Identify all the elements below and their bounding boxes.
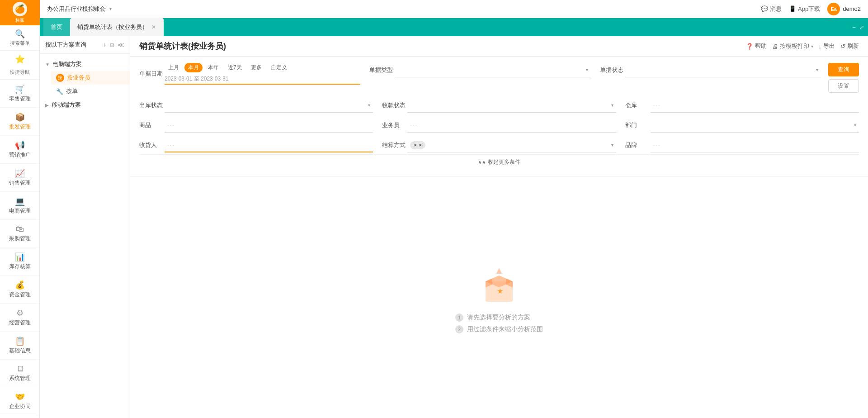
goods-input[interactable]: ··· bbox=[165, 118, 373, 133]
refresh-button[interactable]: ↺ 刷新 bbox=[840, 42, 859, 50]
search-menu-label: 搜索菜单 bbox=[10, 40, 30, 47]
brand-input[interactable]: ··· bbox=[651, 138, 859, 152]
doc-status-input[interactable]: ▾ bbox=[625, 63, 821, 77]
sidebar-item-ecommerce[interactable]: 💻 电商管理 bbox=[0, 192, 39, 220]
export-label: 导出 bbox=[823, 42, 835, 50]
reset-button[interactable]: 设置 bbox=[828, 79, 859, 93]
warehouse-input[interactable]: ··· bbox=[651, 98, 859, 113]
pc-group-expand-icon: ▼ bbox=[45, 62, 50, 67]
consignee-input[interactable]: ··· bbox=[165, 138, 373, 152]
tab-minimize-icon[interactable]: − bbox=[852, 24, 856, 31]
sidebar-item-finance[interactable]: 💰 资金管理 bbox=[0, 276, 39, 304]
purchase-label: 采购管理 bbox=[9, 235, 31, 242]
settle-input[interactable]: × × ▾ bbox=[407, 138, 616, 152]
sidebar-search-item[interactable]: 🔍 搜索菜单 bbox=[0, 25, 39, 51]
staff-label: 业务员 bbox=[382, 121, 407, 129]
tab-expand-icon[interactable]: ⤢ bbox=[859, 24, 864, 31]
tab-home[interactable]: 首页 bbox=[43, 18, 70, 36]
tree-children-pc: 按 按业务员 🔧 按单 bbox=[40, 71, 130, 98]
doc-type-input[interactable]: ▾ bbox=[395, 63, 590, 77]
date-filter-controls: 上月 本月 本年 近7天 更多 自定义 2023-03-01 至 2023-03… bbox=[165, 63, 360, 85]
date-range-display[interactable]: 2023-03-01 至 2023-03-31 bbox=[165, 74, 360, 85]
sidebar-item-purchase[interactable]: 🛍 采购管理 bbox=[0, 220, 39, 247]
left-panel-actions: + ⊙ ≪ bbox=[103, 41, 124, 48]
user-menu-button[interactable]: Ea demo2 bbox=[827, 3, 861, 15]
mobile-group-label: 移动端方案 bbox=[52, 101, 81, 109]
app-dropdown-icon[interactable]: ▾ bbox=[109, 6, 112, 11]
tree-item-by-staff[interactable]: 按 按业务员 bbox=[51, 71, 130, 85]
date-tab-more[interactable]: 更多 bbox=[247, 63, 265, 72]
doc-status-filter: 单据状态 ▾ bbox=[600, 63, 821, 77]
collect-status-input[interactable]: ▾ bbox=[407, 98, 616, 113]
help-button[interactable]: ❓ 帮助 bbox=[746, 42, 767, 50]
avatar: Ea bbox=[827, 3, 840, 15]
template-print-button[interactable]: 🖨 按模板打印 ▾ bbox=[772, 42, 813, 50]
template-print-label: 按模板打印 bbox=[780, 42, 809, 50]
date-tab-last-month[interactable]: 上月 bbox=[165, 63, 183, 72]
ecommerce-label: 电商管理 bbox=[9, 207, 31, 215]
sidebar-item-marketing[interactable]: 📢 营销推广 bbox=[0, 136, 39, 164]
inventory-icon: 📊 bbox=[15, 252, 25, 262]
dept-input[interactable]: ▾ bbox=[651, 118, 859, 133]
settle-filter: 结算方式 × × ▾ bbox=[382, 138, 616, 152]
system-icon: 🖥 bbox=[16, 364, 24, 374]
base-info-icon: 📋 bbox=[15, 336, 25, 346]
pc-group-label: 电脑端方案 bbox=[52, 60, 82, 68]
sales-label: 销售管理 bbox=[9, 179, 31, 187]
app-download-button[interactable]: 📱 App下载 bbox=[789, 5, 820, 13]
date-tab-this-month[interactable]: 本月 bbox=[184, 63, 203, 72]
sidebar-item-wholesale[interactable]: 📦 批发管理 bbox=[0, 108, 39, 136]
tab-close-icon[interactable]: ✕ bbox=[151, 24, 156, 30]
content-area: 按以下方案查询 + ⊙ ≪ ▼ 电脑端方案 按 按业务员 bbox=[40, 36, 868, 418]
ecommerce-icon: 💻 bbox=[15, 196, 25, 206]
sidebar-item-cooperation[interactable]: 🤝 企业协同 bbox=[0, 387, 39, 415]
sidebar-item-system[interactable]: 🖥 系统管理 bbox=[0, 360, 39, 387]
refresh-icon: ↺ bbox=[840, 43, 845, 50]
tree-group-mobile[interactable]: ▶ 移动端方案 bbox=[40, 98, 130, 112]
staff-dots: ··· bbox=[410, 122, 418, 128]
sidebar-logo[interactable]: 🍊 标账 bbox=[0, 0, 40, 25]
operation-label: 经营管理 bbox=[9, 319, 31, 327]
page-actions: ❓ 帮助 🖨 按模板打印 ▾ ↓ 导出 ↺ 刷新 bbox=[746, 42, 859, 50]
add-scheme-button[interactable]: + bbox=[103, 41, 107, 48]
date-tabs-row: 上月 本月 本年 近7天 更多 自定义 bbox=[165, 63, 360, 72]
export-button[interactable]: ↓ 导出 bbox=[819, 42, 835, 50]
template-print-dropdown[interactable]: ▾ bbox=[811, 44, 813, 49]
consignee-dots: ··· bbox=[167, 142, 175, 148]
svg-marker-5 bbox=[496, 268, 502, 274]
brand-filter: 品牌 ··· bbox=[625, 138, 859, 152]
out-status-input[interactable]: ▾ bbox=[165, 98, 373, 113]
tree-group-pc[interactable]: ▼ 电脑端方案 bbox=[40, 57, 130, 71]
left-panel-title: 按以下方案查询 bbox=[45, 41, 86, 49]
date-label: 单据日期 bbox=[139, 70, 165, 78]
operation-icon: ⚙ bbox=[16, 308, 24, 318]
sidebar-item-base-info[interactable]: 📋 基础信息 bbox=[0, 332, 39, 360]
search-button[interactable]: 查询 bbox=[828, 63, 859, 76]
settle-tag-close[interactable]: × bbox=[419, 142, 422, 148]
collapse-button[interactable]: ∧∧ 收起更多条件 bbox=[478, 158, 520, 166]
scheme-tree: ▼ 电脑端方案 按 按业务员 🔧 按单 ▶ 移动端方案 bbox=[40, 54, 130, 115]
sidebar-item-newbie[interactable]: 🚀 新手引导 bbox=[0, 415, 39, 418]
help-label: 帮助 bbox=[755, 42, 767, 50]
by-staff-label: 按业务员 bbox=[67, 74, 90, 82]
tab-sales-stat[interactable]: 销货单统计表（按业务员） ✕ bbox=[70, 18, 164, 36]
shortcut-nav-item[interactable]: ⭐ 快捷导航 bbox=[0, 51, 39, 80]
staff-input[interactable]: ··· bbox=[407, 118, 616, 133]
collect-status-filter: 收款状态 ▾ bbox=[382, 98, 616, 113]
sidebar-item-inventory[interactable]: 📊 库存核算 bbox=[0, 247, 39, 276]
sidebar-item-retail[interactable]: 🛒 零售管理 bbox=[0, 80, 39, 108]
app-download-icon: 📱 bbox=[789, 5, 796, 12]
sidebar-item-operation[interactable]: ⚙ 经营管理 bbox=[0, 304, 39, 332]
date-tab-7days[interactable]: 近7天 bbox=[224, 63, 245, 72]
collapse-panel-button[interactable]: ≪ bbox=[118, 41, 124, 48]
message-icon: 💬 bbox=[761, 5, 768, 12]
template-print-icon: 🖨 bbox=[772, 43, 778, 50]
sidebar-item-sales[interactable]: 📈 销售管理 bbox=[0, 164, 39, 192]
edit-scheme-button[interactable]: ⊙ bbox=[109, 41, 115, 48]
doc-status-arrow: ▾ bbox=[816, 67, 818, 72]
date-tab-this-year[interactable]: 本年 bbox=[204, 63, 222, 72]
message-button[interactable]: 💬 消息 bbox=[761, 5, 782, 13]
tree-item-by-order[interactable]: 🔧 按单 bbox=[51, 85, 130, 98]
collapse-icon: ∧∧ bbox=[478, 159, 486, 166]
date-tab-custom[interactable]: 自定义 bbox=[267, 63, 291, 72]
